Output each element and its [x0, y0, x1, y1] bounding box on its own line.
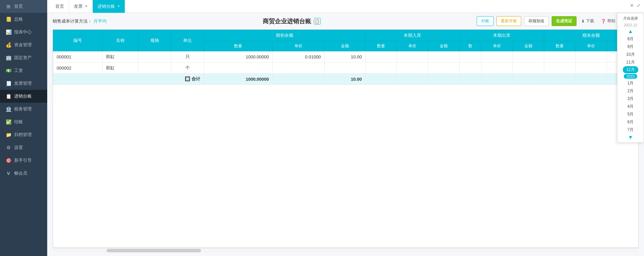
sidebar-item-reports[interactable]: 📊 报表中心	[0, 26, 47, 39]
sidebar-item-settings[interactable]: ⚙ 设置	[0, 141, 47, 154]
sidebar-item-label: 进销台账	[14, 93, 32, 99]
sidebar-item-fixed-assets[interactable]: 🏢 固定资产	[0, 51, 47, 64]
funds-icon: 💰	[5, 42, 11, 48]
col-group-qichu: 期初余额	[204, 30, 365, 41]
cell-id: 000002	[53, 62, 103, 74]
main-area: 首页 发票 ✕ 进销台账 ✕ 销售成本计算方法： 月平均 商贸企业进销台账 📋 …	[47, 0, 644, 256]
month-nav-up[interactable]: ▲	[625, 29, 636, 35]
cell-chuku-qty	[459, 51, 481, 62]
month-item-6[interactable]: 6月	[617, 118, 639, 126]
sidebar-item-tax[interactable]: 🏦 税务管理	[0, 103, 47, 116]
cell-spec	[138, 51, 171, 62]
month-item-9[interactable]: 9月	[617, 43, 639, 51]
cost-method-label: 销售成本计算方法：	[53, 19, 92, 24]
purchase-sales-icon: 📋	[5, 94, 11, 99]
cell-chuku-price	[481, 62, 513, 74]
month-item-1[interactable]: 1月	[617, 79, 639, 87]
month-panel: 月份选择 2022.12 ▲ 8月 9月 10月 11月 12月 2023 1月…	[617, 29, 639, 143]
scroll-bar[interactable]	[53, 248, 639, 253]
month-item-12[interactable]: 12月	[623, 66, 638, 73]
total-chuku-qty	[459, 74, 481, 85]
data-table-wrapper: 编号 名称 规格 单位 期初余额 本期入库 本期出库 期末余额 数量 单价	[53, 29, 639, 248]
sidebar-item-invoice-mgmt[interactable]: 🧾 发票管理	[0, 77, 47, 90]
month-item-10[interactable]: 10月	[617, 51, 639, 58]
toolbar-actions: 对账 重新开账 存报别名 生成凭证 ⬇ 下载 ❓ 帮助 🔄 刷新	[477, 16, 639, 26]
month-item-8[interactable]: 8月	[617, 35, 639, 43]
sidebar-item-label: 工资	[14, 68, 23, 74]
sidebar-item-funds[interactable]: 💰 资金管理	[0, 39, 47, 51]
cell-qichu-price: 0.01000	[272, 51, 324, 62]
generate-voucher-button[interactable]: 生成凭证	[552, 16, 577, 26]
cell-chuku-qty	[459, 62, 481, 74]
help-button[interactable]: ❓ 帮助	[599, 17, 617, 25]
cell-ruku-qty	[365, 51, 397, 62]
sub-ruku-amount: 金额	[428, 41, 459, 51]
total-row: 🔲合计 1000.00000 10.00	[53, 74, 638, 85]
tax-icon: 🏦	[5, 106, 11, 112]
total-chuku-amount	[513, 74, 544, 85]
cell-qimo-qty	[544, 62, 576, 74]
sub-chuku-amount: 金额	[513, 41, 544, 51]
title-icon-button[interactable]: 📋	[314, 18, 321, 25]
tab-purchase-sales-close[interactable]: ✕	[117, 4, 120, 8]
sidebar-item-wages[interactable]: 💵 工资	[0, 64, 47, 77]
sidebar-item-home[interactable]: ⊞ 首页	[0, 0, 47, 13]
month-item-2[interactable]: 2月	[617, 87, 639, 95]
maximize-window-button[interactable]: ⤢	[637, 3, 641, 8]
month-item-4[interactable]: 4月	[617, 103, 639, 110]
invoice-mgmt-icon: 🧾	[5, 81, 11, 86]
sub-ruku-price: 单价	[397, 41, 428, 51]
wages-icon: 💵	[5, 68, 11, 73]
cell-ruku-price	[397, 62, 428, 74]
ledger-icon: 📒	[5, 17, 11, 22]
cell-qichu-qty: 1000.00000	[204, 51, 272, 62]
tab-invoice-label: 发票	[74, 3, 83, 9]
total-ruku-price	[397, 74, 428, 85]
cell-qichu-amount: 10.00	[324, 51, 365, 62]
cell-ruku-amount	[428, 51, 459, 62]
sidebar-item-archive[interactable]: 📁 归档管理	[0, 128, 47, 141]
cell-chuku-price	[481, 51, 513, 62]
sidebar-item-label: 资金管理	[14, 42, 32, 48]
sidebar-item-guide[interactable]: 🎯 新手引导	[0, 154, 47, 167]
total-qichu-qty: 1000.00000	[204, 74, 272, 85]
tab-purchase-sales[interactable]: 进销台账 ✕	[93, 0, 125, 13]
page-title-area: 商贸企业进销台账 📋	[263, 17, 321, 25]
sub-chuku-qty: 数	[459, 41, 481, 51]
cell-chuku-amount	[513, 62, 544, 74]
sidebar-item-general-ledger[interactable]: 📒 总账	[0, 13, 47, 26]
month-item-5[interactable]: 5月	[617, 110, 639, 118]
download-button[interactable]: ⬇ 下载	[579, 17, 596, 25]
col-group-ruku: 本期入库	[365, 30, 459, 41]
sidebar-item-label: 总账	[14, 16, 23, 22]
table-row: 000001 前缸 只 1000.00000 0.01000 10.00	[53, 51, 638, 62]
reports-icon: 📊	[5, 29, 11, 35]
sub-ruku-qty: 数量	[365, 41, 397, 51]
sidebar-item-label: 归档管理	[14, 132, 32, 138]
sidebar-item-label: 新手引导	[14, 157, 32, 163]
month-item-7[interactable]: 7月	[617, 126, 639, 134]
cell-qichu-qty	[204, 62, 272, 74]
sidebar-item-member[interactable]: V 畅会员	[0, 167, 47, 180]
tab-invoice[interactable]: 发票 ✕	[69, 0, 93, 13]
month-nav-down[interactable]: ▼	[625, 134, 636, 141]
col-group-chuku: 本期出库	[459, 30, 544, 41]
sidebar-item-label: 首页	[14, 3, 23, 9]
sidebar-item-label: 设置	[14, 145, 23, 151]
reconcile-button[interactable]: 对账	[477, 16, 494, 26]
month-item-3[interactable]: 3月	[617, 95, 639, 103]
tab-invoice-close[interactable]: ✕	[85, 4, 88, 8]
home-icon: ⊞	[5, 4, 11, 9]
tab-home[interactable]: 首页	[51, 0, 69, 13]
save-as-button[interactable]: 存报别名	[524, 16, 549, 26]
content-area: 销售成本计算方法： 月平均 商贸企业进销台账 📋 对账 重新开账 存报别名 生成…	[47, 13, 644, 256]
cell-qimo-qty	[544, 51, 576, 62]
month-item-11[interactable]: 11月	[617, 58, 639, 66]
close-window-button[interactable]: ✕	[630, 3, 634, 8]
sidebar-item-settlement[interactable]: ✅ 结账	[0, 116, 47, 128]
reopen-button[interactable]: 重新开账	[496, 16, 521, 26]
sidebar-item-purchase-sales[interactable]: 📋 进销台账	[0, 90, 47, 103]
cell-unit: 个	[171, 62, 204, 74]
scroll-thumb[interactable]	[107, 249, 201, 252]
total-ruku-amount	[428, 74, 459, 85]
